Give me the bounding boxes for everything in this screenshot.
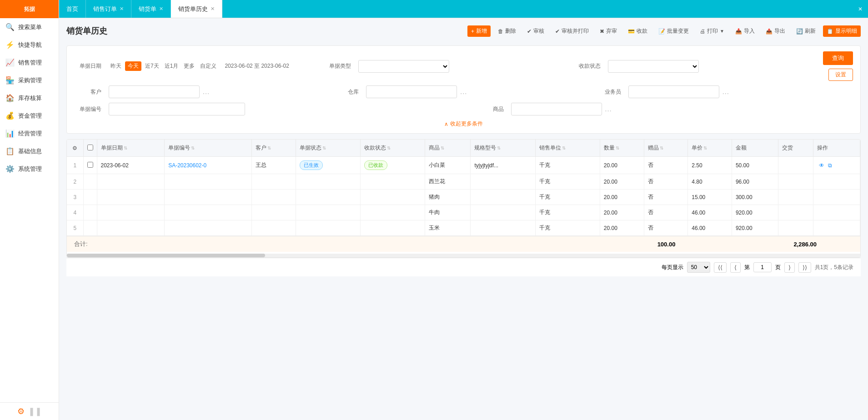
tab-sales-history-close[interactable]: ✕: [211, 6, 215, 12]
sidebar-settings-icon[interactable]: ⚙: [17, 406, 25, 416]
date-label: 单据日期: [74, 62, 101, 70]
cell-doc-status: [296, 174, 360, 190]
doc-type-label: 单据类型: [324, 62, 351, 70]
table-settings-icon[interactable]: ⚙: [72, 145, 77, 151]
collect-status-label: 收款状态: [573, 62, 601, 70]
collect-status-select[interactable]: [608, 60, 699, 73]
export-button[interactable]: 📤 导出: [762, 25, 789, 37]
customer-input[interactable]: [109, 85, 200, 98]
sidebar-item-operations[interactable]: 📊 经营管理: [0, 125, 59, 142]
set-button[interactable]: 设置: [828, 69, 853, 81]
cell-goods: 小白菜: [425, 157, 471, 174]
doc-no-input[interactable]: [109, 103, 245, 115]
cell-doc-date: [97, 190, 165, 205]
cell-trade: [778, 190, 813, 205]
select-all-checkbox[interactable]: [87, 145, 93, 150]
col-gift[interactable]: 赠品⇅: [644, 140, 688, 157]
refresh-button[interactable]: 🔄 刷新: [793, 25, 819, 37]
col-customer[interactable]: 客户⇅: [251, 140, 296, 157]
audit-button[interactable]: ✔ 审核: [523, 25, 548, 37]
row-checkbox[interactable]: [87, 162, 93, 168]
print-button[interactable]: 🖨 打印 ▼: [696, 25, 728, 37]
page-input[interactable]: [753, 262, 772, 272]
new-button[interactable]: + 新增: [467, 25, 491, 37]
warehouse-input[interactable]: [366, 85, 457, 98]
goods-input[interactable]: [511, 103, 602, 115]
doc-type-select[interactable]: [358, 60, 449, 73]
col-qty[interactable]: 数量⇅: [600, 140, 644, 157]
delete-icon: 🗑: [498, 28, 503, 35]
salesperson-input[interactable]: [628, 85, 719, 98]
import-button[interactable]: 📥 导入: [732, 25, 758, 37]
more-btn[interactable]: 更多: [182, 61, 196, 71]
cell-unit: 千克: [535, 174, 600, 190]
warehouse-dots[interactable]: …: [460, 88, 467, 95]
cell-collect-status: [360, 174, 425, 190]
col-doc-date[interactable]: 单据日期⇅: [97, 140, 165, 157]
last-page-btn[interactable]: ⟩⟩: [798, 262, 811, 273]
col-collect-status[interactable]: 收款状态⇅: [360, 140, 425, 157]
col-goods[interactable]: 商品⇅: [425, 140, 471, 157]
sidebar-item-sales-mgmt[interactable]: 📈 销售管理: [0, 54, 59, 71]
goods-dots[interactable]: …: [605, 105, 612, 113]
sidebar-collapse-icon[interactable]: ❚❚: [28, 406, 42, 416]
per-page-select[interactable]: 50 100: [687, 262, 710, 273]
audit-print-button[interactable]: ✔ 审核并打印: [552, 25, 592, 37]
tab-sales-goods[interactable]: 销货单 ✕: [131, 0, 171, 18]
per-page-label: 每页显示: [662, 264, 683, 271]
today-btn[interactable]: 今天: [125, 61, 141, 71]
sidebar-item-search-menu[interactable]: 🔍 搜索菜单: [0, 18, 59, 36]
col-actions: 操作: [813, 140, 860, 157]
collect-button[interactable]: 💳 收款: [624, 25, 651, 37]
salesperson-dots[interactable]: …: [722, 88, 729, 95]
sidebar-item-basic-info[interactable]: 📋 基础信息: [0, 142, 59, 160]
first-page-btn[interactable]: ⟨⟨: [714, 262, 727, 273]
horizontal-scrollbar[interactable]: [67, 254, 860, 257]
show-detail-button[interactable]: 📋 显示明细: [823, 25, 861, 37]
custom-btn[interactable]: 自定义: [198, 61, 218, 71]
tab-sales-history[interactable]: 销货单历史 ✕: [171, 0, 222, 18]
sidebar-item-inventory[interactable]: 🏠 库存核算: [0, 89, 59, 107]
yesterday-btn[interactable]: 昨天: [109, 61, 123, 71]
doc-no-link[interactable]: SA-20230602-0: [168, 162, 206, 169]
tab-sales-order[interactable]: 销售订单 ✕: [86, 0, 131, 18]
col-spec[interactable]: 规格型号⇅: [471, 140, 535, 157]
view-btn[interactable]: 👁: [817, 162, 826, 169]
print-dropdown-icon: ▼: [720, 29, 724, 34]
col-doc-status[interactable]: 单据状态⇅: [296, 140, 360, 157]
copy-btn[interactable]: ⧉: [826, 162, 834, 169]
page-title: 销货单历史: [66, 25, 107, 36]
tab-sales-history-label: 销货单历史: [178, 5, 208, 13]
month-btn[interactable]: 近1月: [163, 61, 181, 71]
tab-home-label: 首页: [66, 5, 78, 13]
prev-page-btn[interactable]: ⟨: [730, 262, 741, 273]
tab-sales-goods-close[interactable]: ✕: [159, 6, 163, 12]
col-doc-no[interactable]: 单据编号⇅: [165, 140, 252, 157]
delete-button[interactable]: 🗑 删除: [494, 25, 520, 37]
cell-doc-date: 2023-06-02: [97, 157, 165, 174]
batch-change-button[interactable]: 📝 批量变更: [655, 25, 692, 37]
close-all-tabs[interactable]: ✕: [853, 6, 868, 12]
col-unit-price[interactable]: 单价⇅: [688, 140, 732, 157]
week-btn[interactable]: 近7天: [143, 61, 161, 71]
abandon-button[interactable]: ✖ 弃审: [596, 25, 621, 37]
next-page-btn[interactable]: ⟩: [784, 262, 795, 273]
col-unit[interactable]: 销售单位⇅: [535, 140, 600, 157]
collapse-button[interactable]: ∧ 收起更多条件: [74, 120, 853, 128]
customer-dots[interactable]: …: [202, 88, 210, 95]
tab-home[interactable]: 首页: [59, 0, 86, 18]
col-amount: 金额: [732, 140, 778, 157]
sidebar-item-system-mgmt[interactable]: ⚙️ 系统管理: [0, 160, 59, 178]
cell-qty: 20.00: [600, 174, 644, 190]
cell-goods: 玉米: [425, 220, 471, 236]
cell-unit: 千克: [535, 220, 600, 236]
sidebar-item-finance[interactable]: 💰 资金管理: [0, 107, 59, 125]
cell-collect-status: [360, 205, 425, 220]
sidebar-item-purchase-mgmt[interactable]: 🏪 采购管理: [0, 71, 59, 89]
query-button[interactable]: 查询: [823, 51, 853, 65]
col-settings[interactable]: ⚙: [67, 140, 83, 157]
cell-checkbox: [83, 205, 97, 220]
tab-sales-order-close[interactable]: ✕: [120, 6, 124, 12]
sidebar-item-quick-nav[interactable]: ⚡ 快捷导航: [0, 36, 59, 54]
sidebar-item-label: 系统管理: [18, 165, 42, 173]
